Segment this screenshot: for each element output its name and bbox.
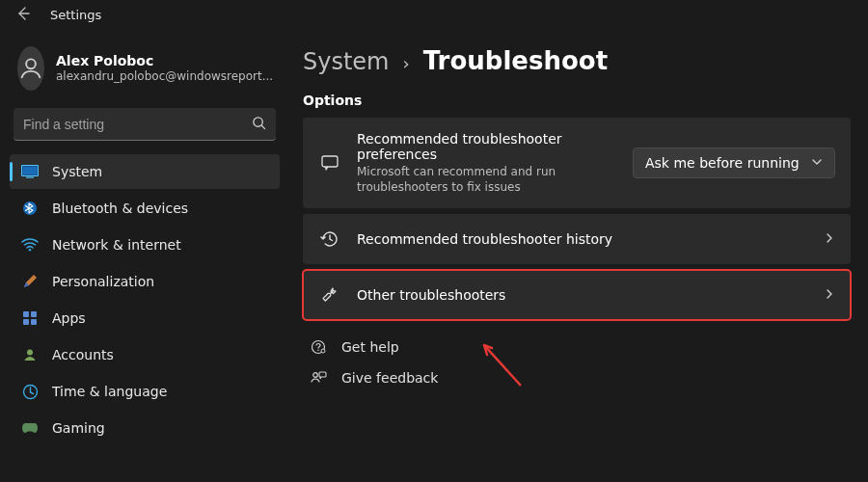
link-give-feedback[interactable]: Give feedback — [309, 368, 851, 388]
sidebar-item-bluetooth[interactable]: Bluetooth & devices — [10, 191, 280, 226]
chat-icon — [318, 151, 341, 174]
chevron-right-icon — [824, 287, 835, 303]
user-name: Alex Poloboc — [56, 53, 273, 70]
row-other-troubleshooters[interactable]: Other troubleshooters — [303, 270, 851, 320]
row-title: Recommended troubleshooter history — [357, 231, 808, 247]
sidebar-item-network[interactable]: Network & internet — [10, 228, 280, 262]
sidebar-item-apps[interactable]: Apps — [10, 301, 280, 335]
sidebar-item-label: Time & language — [52, 384, 167, 399]
row-title: Other troubleshooters — [357, 287, 808, 303]
sidebar-item-label: Gaming — [52, 420, 105, 436]
svg-rect-3 — [23, 167, 38, 175]
apps-icon — [21, 309, 39, 327]
back-icon[interactable] — [15, 6, 31, 24]
app-title: Settings — [50, 8, 101, 22]
clock-globe-icon — [21, 383, 39, 400]
user-block[interactable]: Alex Poloboc alexandru_poloboc@windowsre… — [10, 37, 280, 108]
feedback-icon — [309, 368, 328, 388]
sidebar-item-label: Accounts — [52, 347, 114, 362]
svg-rect-9 — [23, 319, 29, 325]
sidebar-item-accounts[interactable]: Accounts — [10, 337, 280, 372]
svg-point-11 — [27, 350, 33, 356]
paintbrush-icon — [21, 273, 39, 290]
svg-point-0 — [26, 59, 36, 68]
svg-point-6 — [29, 249, 31, 251]
avatar — [17, 46, 44, 91]
row-title: Recommended troubleshooter preferences — [357, 131, 617, 162]
section-header-options: Options — [303, 93, 851, 108]
svg-rect-4 — [26, 177, 34, 178]
help-icon — [309, 337, 328, 357]
link-label: Get help — [341, 339, 399, 355]
row-recommended-preferences[interactable]: Recommended troubleshooter preferences M… — [303, 118, 851, 208]
bluetooth-icon — [21, 200, 39, 217]
sidebar-item-personalization[interactable]: Personalization — [10, 264, 280, 299]
sidebar-item-label: Bluetooth & devices — [52, 201, 188, 216]
svg-point-1 — [254, 117, 262, 125]
sidebar-item-label: System — [52, 164, 102, 179]
svg-rect-18 — [319, 372, 326, 377]
chevron-right-icon — [824, 231, 835, 247]
sidebar-item-label: Network & internet — [52, 237, 181, 253]
user-email: alexandru_poloboc@windowsreport... — [56, 69, 273, 84]
row-troubleshooter-history[interactable]: Recommended troubleshooter history — [303, 214, 851, 264]
chevron-down-icon — [811, 155, 823, 171]
page-title: Troubleshoot — [423, 46, 608, 75]
search-box[interactable] — [14, 108, 276, 141]
sidebar-item-gaming[interactable]: Gaming — [10, 411, 280, 445]
history-icon — [318, 228, 341, 251]
search-input[interactable] — [23, 117, 252, 132]
wifi-icon — [21, 236, 39, 254]
breadcrumb-parent[interactable]: System — [303, 48, 390, 75]
sidebar-item-time-language[interactable]: Time & language — [10, 374, 280, 409]
svg-point-15 — [317, 350, 319, 352]
gaming-icon — [21, 419, 39, 437]
svg-rect-8 — [31, 311, 37, 317]
svg-point-16 — [321, 349, 325, 353]
row-subtitle: Microsoft can recommend and run troubles… — [357, 164, 608, 195]
chevron-right-icon: › — [403, 53, 410, 73]
wrench-icon — [318, 283, 341, 307]
svg-rect-7 — [23, 311, 29, 317]
svg-rect-13 — [322, 156, 338, 167]
search-icon — [252, 116, 266, 133]
svg-point-17 — [313, 373, 318, 378]
sidebar-item-label: Personalization — [52, 274, 154, 289]
dropdown-value: Ask me before running — [645, 155, 800, 171]
svg-rect-10 — [31, 319, 37, 325]
sidebar-item-label: Apps — [52, 310, 86, 326]
link-get-help[interactable]: Get help — [309, 337, 851, 357]
breadcrumb: System › Troubleshoot — [303, 46, 851, 75]
accounts-icon — [21, 346, 39, 363]
link-label: Give feedback — [341, 370, 438, 386]
sidebar-item-system[interactable]: System — [10, 154, 280, 189]
system-icon — [21, 163, 39, 180]
recommended-dropdown[interactable]: Ask me before running — [633, 147, 835, 178]
